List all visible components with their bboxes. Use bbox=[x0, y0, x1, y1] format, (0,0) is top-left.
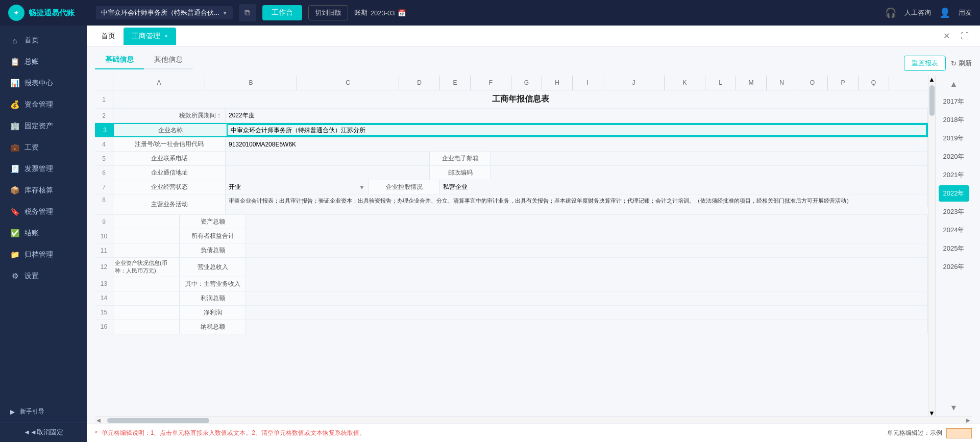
sidebar-item-tax[interactable]: 🔖 税务管理 bbox=[0, 201, 87, 223]
sidebar-label-fixed-assets: 固定资产 bbox=[24, 121, 53, 131]
reset-report-button[interactable]: 重置报表 bbox=[904, 56, 946, 71]
expand-icon[interactable]: ⛶ bbox=[958, 29, 972, 43]
table-title-cell[interactable]: 工商年报信息表 bbox=[113, 90, 928, 108]
year-item[interactable]: 2022年 bbox=[939, 185, 969, 202]
col-header-b: B bbox=[205, 76, 297, 90]
scroll-track-h bbox=[102, 417, 965, 424]
new-guide-item[interactable]: ▶ 新手引导 bbox=[0, 401, 87, 422]
switch-old-button[interactable]: 切到旧版 bbox=[308, 5, 348, 20]
example-cell bbox=[946, 428, 972, 438]
address-value-cell[interactable] bbox=[226, 166, 430, 180]
year-item[interactable]: 2023年 bbox=[939, 204, 969, 220]
col-header-g: G bbox=[511, 76, 542, 90]
equity-value-cell[interactable] bbox=[246, 229, 928, 243]
period-area: 账期 2023-03 📅 bbox=[354, 8, 406, 17]
year-item[interactable]: 2025年 bbox=[939, 240, 969, 257]
refresh-icon: ↻ bbox=[951, 60, 957, 67]
sidebar-item-inventory[interactable]: 📦 库存核算 bbox=[0, 180, 87, 201]
net-profit-value[interactable] bbox=[246, 306, 928, 320]
sidebar-item-reports[interactable]: 📊 报表中心 bbox=[0, 72, 87, 94]
period-value-cell[interactable]: 2022年度 bbox=[226, 109, 928, 122]
assets-info-label: 企业资产状况信息(币种：人民币万元) bbox=[113, 258, 180, 277]
col-header-k: K bbox=[665, 76, 705, 90]
scroll-thumb-h[interactable] bbox=[107, 418, 209, 423]
user-name[interactable]: 用友 bbox=[959, 8, 972, 17]
revenue-total-value[interactable] bbox=[246, 258, 928, 277]
year-item[interactable]: 2019年 bbox=[939, 130, 969, 146]
year-item[interactable]: 2020年 bbox=[939, 149, 969, 165]
sidebar-label-general-ledger: 总账 bbox=[24, 57, 39, 66]
assets-value-cell[interactable] bbox=[246, 215, 928, 229]
sidebar-item-settings[interactable]: ⚙ 设置 bbox=[0, 265, 87, 287]
year-item[interactable]: 2021年 bbox=[939, 167, 969, 183]
holding-value-cell[interactable]: 私营企业 bbox=[440, 180, 928, 194]
workbench-button[interactable]: 工作台 bbox=[262, 5, 302, 20]
sidebar: ⌂ 首页 📋 总账 📊 报表中心 💰 资金管理 🏢 固定资产 💼 工资 🧾 发票… bbox=[0, 26, 87, 442]
tab-close-icon[interactable]: × bbox=[164, 33, 168, 40]
company-name: 中审众环会计师事务所（特殊普通合伙... bbox=[101, 8, 219, 17]
tab-home[interactable]: 首页 bbox=[95, 28, 121, 45]
copy-button[interactable]: ⧉ bbox=[239, 4, 256, 21]
main-income-value[interactable] bbox=[246, 277, 928, 291]
sidebar-item-archive[interactable]: 📁 归档管理 bbox=[0, 244, 87, 265]
scroll-left-icon[interactable]: ◄ bbox=[95, 417, 102, 424]
biz-status-value-cell[interactable]: 开业 ▼ bbox=[226, 180, 369, 194]
row-num-16: 16 bbox=[95, 320, 113, 334]
archive-icon: 📁 bbox=[10, 250, 19, 259]
tax-value[interactable] bbox=[246, 320, 928, 334]
row-num-7: 7 bbox=[95, 180, 113, 194]
company-value-cell[interactable]: 中审众环会计师事务所（特殊普通合伙）江苏分所 bbox=[227, 124, 927, 136]
table-row: 4 注册号/统一社会信用代码 91320100MA208E5W6K bbox=[95, 137, 928, 152]
sidebar-item-wages[interactable]: 💼 工资 bbox=[0, 137, 87, 158]
scroll-right-icon[interactable]: ► bbox=[965, 417, 972, 424]
sidebar-item-funds[interactable]: 💰 资金管理 bbox=[0, 94, 87, 115]
year-item[interactable]: 2018年 bbox=[939, 112, 969, 128]
year-panel: ▲ 2017年2018年2019年2020年2021年2022年2023年202… bbox=[935, 76, 972, 416]
table-row: 1 工商年报信息表 bbox=[95, 90, 928, 109]
calendar-icon[interactable]: 📅 bbox=[398, 9, 406, 17]
scroll-thumb-v[interactable] bbox=[929, 85, 935, 116]
liab-value-cell[interactable] bbox=[246, 243, 928, 257]
scroll-up-icon[interactable]: ▲ bbox=[928, 76, 935, 83]
sub-tab-basic[interactable]: 基础信息 bbox=[95, 51, 144, 69]
refresh-button[interactable]: ↻ 刷新 bbox=[951, 59, 972, 68]
sub-tab-other[interactable]: 其他信息 bbox=[144, 51, 193, 69]
vertical-scrollbar[interactable]: ▲ ▼ bbox=[928, 76, 935, 416]
year-scroll-up-icon[interactable]: ▲ bbox=[948, 78, 960, 91]
edited-label: 单元格编辑过：示例 bbox=[887, 429, 942, 437]
col-header-f: F bbox=[471, 76, 511, 90]
help-text[interactable]: 人工咨询 bbox=[904, 8, 931, 17]
sidebar-item-closing[interactable]: ✅ 结账 bbox=[0, 223, 87, 244]
sidebar-item-general-ledger[interactable]: 📋 总账 bbox=[0, 51, 87, 72]
sidebar-label-home: 首页 bbox=[24, 36, 39, 45]
reg-value-cell[interactable]: 91320100MA208E5W6K bbox=[226, 137, 928, 151]
year-item[interactable]: 2026年 bbox=[939, 259, 969, 275]
row-num-9: 9 bbox=[95, 215, 113, 229]
sub-tabs: 基础信息 其他信息 bbox=[95, 51, 193, 69]
postcode-value-cell[interactable] bbox=[491, 166, 928, 180]
sidebar-item-fixed-assets[interactable]: 🏢 固定资产 bbox=[0, 115, 87, 137]
main-income-group bbox=[113, 277, 180, 291]
equity-label-cell: 所有者权益合计 bbox=[180, 229, 246, 243]
period-label-cell: 税款所属期间： bbox=[113, 109, 226, 122]
contact-value-cell[interactable] bbox=[226, 152, 430, 165]
sidebar-item-invoices[interactable]: 🧾 发票管理 bbox=[0, 158, 87, 180]
help-area: 🎧 人工咨询 👤 用友 bbox=[885, 7, 972, 18]
table-row: 13 其中：主营业务收入 bbox=[95, 277, 928, 291]
year-item[interactable]: 2017年 bbox=[939, 93, 969, 110]
table-row[interactable]: 3 企业名称 中审众环会计师事务所（特殊普通合伙）江苏分所 bbox=[95, 123, 928, 137]
email-value-cell[interactable] bbox=[491, 152, 928, 165]
unpin-button[interactable]: ◄◄取消固定 bbox=[0, 422, 87, 442]
company-selector[interactable]: 中审众环会计师事务所（特殊普通合伙... ▼ bbox=[96, 6, 233, 19]
tab-active[interactable]: 工商管理 × bbox=[124, 28, 176, 45]
year-scroll-down-icon[interactable]: ▼ bbox=[948, 401, 960, 414]
table-row: 5 企业联系电话 企业电子邮箱 bbox=[95, 152, 928, 166]
scroll-down-icon[interactable]: ▼ bbox=[928, 409, 935, 416]
biz-activity-value-cell[interactable]: 审查企业会计报表；出具审计报告；验证企业资本；出具验资报告；办理企业合并、分立、… bbox=[226, 194, 928, 207]
close-window-icon[interactable]: ✕ bbox=[939, 29, 953, 43]
sidebar-item-home[interactable]: ⌂ 首页 bbox=[0, 30, 87, 51]
year-item[interactable]: 2024年 bbox=[939, 222, 969, 238]
chevron-down-icon: ▼ bbox=[223, 10, 228, 16]
profit-value[interactable] bbox=[246, 291, 928, 305]
net-profit-label: 净利润 bbox=[180, 306, 246, 320]
